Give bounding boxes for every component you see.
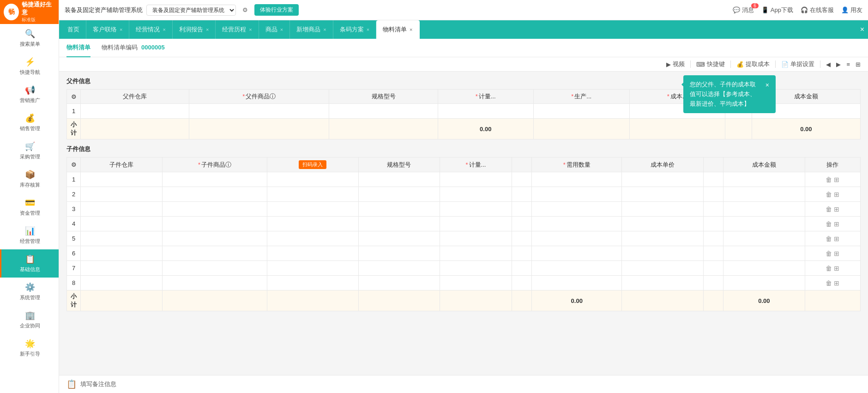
tab-label: 物料清单 bbox=[383, 25, 407, 34]
child-col-unit-price: 成本单价 bbox=[622, 157, 704, 172]
sidebar-item-label: 系统管理 bbox=[20, 294, 40, 301]
tab-profit[interactable]: 利润报告 × bbox=[173, 20, 216, 39]
delete-icon[interactable]: 🗑 bbox=[826, 265, 832, 272]
doc-icon: 📄 bbox=[781, 61, 789, 68]
parent-col-settings[interactable]: ⚙ bbox=[67, 90, 81, 104]
tab-operations[interactable]: 经营情况 × bbox=[129, 20, 172, 39]
video-button[interactable]: ▶ 视频 bbox=[666, 60, 685, 68]
next-button[interactable]: ▶ bbox=[836, 61, 841, 68]
card-icon: 💳 bbox=[25, 198, 35, 208]
sidebar-item-label: 快捷导航 bbox=[20, 69, 40, 76]
child-col-settings[interactable]: ⚙ bbox=[67, 157, 81, 172]
child-unit-cell[interactable] bbox=[440, 172, 512, 187]
tab-close-icon[interactable]: × bbox=[120, 27, 122, 32]
logo-sub: 标准版 bbox=[22, 17, 55, 23]
tab-close-icon[interactable]: × bbox=[323, 27, 326, 32]
sidebar-item-operations[interactable]: 📊 经营管理 bbox=[0, 221, 59, 249]
sidebar-item-guide[interactable]: 🌟 新手引导 bbox=[0, 334, 59, 362]
sidebar-item-marketing[interactable]: 📢 营销推广 bbox=[0, 80, 59, 109]
parent-production-cell[interactable] bbox=[534, 104, 629, 119]
child-unit-price-cell[interactable] bbox=[622, 172, 704, 187]
prev-button[interactable]: ◀ bbox=[826, 61, 831, 68]
scan-input-button[interactable]: 扫码录入 bbox=[299, 160, 326, 169]
tab-home-label: 首页 bbox=[67, 25, 79, 34]
parent-goods-cell[interactable] bbox=[189, 104, 329, 119]
subtab-detail[interactable]: 物料清单编码 0000005 bbox=[102, 39, 165, 57]
tab-close-icon[interactable]: × bbox=[249, 27, 252, 32]
copy-icon[interactable]: ⊞ bbox=[834, 176, 839, 183]
tab-label: 客户联络 bbox=[93, 25, 117, 34]
note-text[interactable]: 填写备注信息 bbox=[80, 380, 116, 388]
tab-close-icon[interactable]: × bbox=[206, 27, 209, 32]
delete-icon[interactable]: 🗑 bbox=[826, 220, 832, 228]
tab-new-goods[interactable]: 新增商品 × bbox=[290, 20, 333, 39]
grid-view-button[interactable]: ⊞ bbox=[856, 61, 861, 68]
sidebar-item-label: 企业协同 bbox=[20, 322, 40, 329]
sidebar-item-purchase[interactable]: 🛒 采购管理 bbox=[0, 137, 59, 165]
copy-icon[interactable]: ⊞ bbox=[834, 206, 839, 213]
tab-close-icon[interactable]: × bbox=[367, 27, 369, 32]
tab-bom[interactable]: 物料清单 × bbox=[376, 20, 419, 39]
sidebar-item-enterprise[interactable]: 🏢 企业协同 bbox=[0, 306, 59, 334]
copy-icon[interactable]: ⊞ bbox=[834, 220, 839, 228]
extract-cost-button[interactable]: 💰 提取成本 bbox=[736, 60, 770, 68]
child-actions-cell: 🗑 ⊞ bbox=[805, 172, 860, 187]
close-all-tabs[interactable]: × bbox=[856, 20, 868, 39]
parent-spec-cell[interactable] bbox=[329, 104, 438, 119]
parent-col-production: *生产... bbox=[534, 90, 629, 104]
delete-icon[interactable]: 🗑 bbox=[826, 176, 832, 183]
tab-barcode[interactable]: 条码方案 × bbox=[333, 20, 376, 39]
sidebar-item-finance[interactable]: 💳 资金管理 bbox=[0, 193, 59, 221]
app-download-button[interactable]: 📱 App下载 bbox=[761, 6, 793, 14]
table-row: 4 🗑⊞ bbox=[67, 217, 861, 231]
cost-tooltip: × 您的父件、子件的成本取值可以选择【参考成本、最新进价、平均成本】 bbox=[683, 75, 776, 113]
sidebar-item-search[interactable]: 🔍 搜索菜单 bbox=[0, 24, 59, 52]
copy-icon[interactable]: ⊞ bbox=[834, 279, 839, 287]
sidebar-item-sales[interactable]: 💰 销售管理 bbox=[0, 109, 59, 137]
sidebar-item-basic[interactable]: 📋 基础信息 bbox=[0, 249, 59, 278]
tooltip-close-button[interactable]: × bbox=[766, 80, 769, 90]
shortcut-button[interactable]: ⌨ 快捷键 bbox=[696, 60, 725, 68]
subtab-detail-label: 物料清单编码 bbox=[102, 43, 138, 52]
child-warehouse-cell[interactable] bbox=[81, 172, 163, 187]
delete-icon[interactable]: 🗑 bbox=[826, 279, 832, 287]
tab-goods[interactable]: 商品 × bbox=[259, 20, 290, 39]
user-button[interactable]: 👤 用友 bbox=[841, 6, 862, 14]
tab-close-icon[interactable]: × bbox=[280, 27, 283, 32]
message-button[interactable]: 💬 消息 6 bbox=[733, 6, 754, 14]
megaphone-icon: 📢 bbox=[25, 85, 35, 95]
tab-close-icon[interactable]: × bbox=[410, 27, 412, 32]
tab-close-icon[interactable]: × bbox=[163, 27, 165, 32]
doc-settings-button[interactable]: 📄 单据设置 bbox=[781, 60, 814, 68]
delete-icon[interactable]: 🗑 bbox=[826, 191, 832, 198]
subtab-list[interactable]: 物料清单 bbox=[66, 39, 90, 57]
copy-icon[interactable]: ⊞ bbox=[834, 250, 839, 257]
table-row: 5 🗑⊞ bbox=[67, 231, 861, 246]
delete-icon[interactable]: 🗑 bbox=[826, 235, 832, 242]
child-spec-cell[interactable] bbox=[358, 172, 440, 187]
delete-icon[interactable]: 🗑 bbox=[826, 206, 832, 213]
trial-button[interactable]: 体验行业方案 bbox=[254, 4, 299, 16]
online-service-button[interactable]: 🎧 在线客服 bbox=[801, 6, 834, 14]
child-col-scan[interactable]: 扫码录入 bbox=[267, 157, 358, 172]
copy-icon[interactable]: ⊞ bbox=[834, 235, 839, 242]
sidebar-item-quicknav[interactable]: ⚡ 快捷导航 bbox=[0, 52, 59, 80]
parent-unit-cell[interactable] bbox=[438, 104, 533, 119]
parent-warehouse-cell[interactable] bbox=[81, 104, 189, 119]
sidebar-item-label: 资金管理 bbox=[20, 210, 40, 217]
delete-icon[interactable]: 🗑 bbox=[826, 250, 832, 257]
tab-home[interactable]: 首页 bbox=[61, 20, 86, 39]
table-row: 3 🗑⊞ bbox=[67, 202, 861, 217]
child-goods-cell[interactable] bbox=[162, 172, 267, 187]
list-view-button[interactable]: ≡ bbox=[846, 61, 850, 68]
copy-icon[interactable]: ⊞ bbox=[834, 265, 839, 272]
tab-customer[interactable]: 客户联络 × bbox=[86, 20, 129, 39]
sidebar-item-inventory[interactable]: 📦 库存核算 bbox=[0, 165, 59, 193]
system-select[interactable]: 装备及固定资产辅助管理系统 bbox=[146, 5, 236, 16]
tab-history[interactable]: 经营历程 × bbox=[216, 20, 259, 39]
copy-icon[interactable]: ⊞ bbox=[834, 191, 839, 198]
settings-icon[interactable]: ⚙ bbox=[240, 5, 251, 16]
child-table-wrapper: ⚙ 子件仓库 *子件商品ⓘ 扫码录入 规格型号 *计量... *需用数量 成本单… bbox=[66, 157, 861, 311]
child-qty-cell[interactable] bbox=[532, 172, 622, 187]
sidebar-item-system[interactable]: ⚙️ 系统管理 bbox=[0, 278, 59, 306]
